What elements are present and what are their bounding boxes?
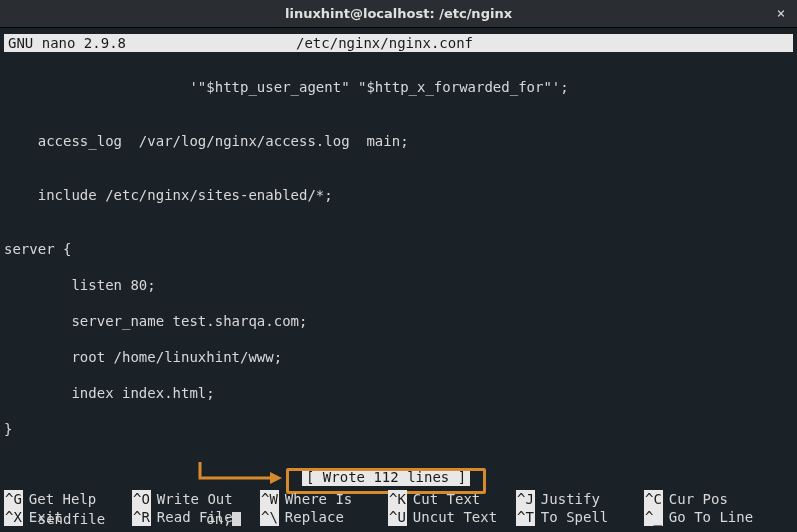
shortcut-where-is[interactable]: ^WWhere Is	[260, 490, 388, 508]
shortcut-replace[interactable]: ^\Replace	[260, 508, 388, 526]
code-line: index index.html;	[4, 384, 793, 402]
shortcut-justify[interactable]: ^JJustify	[516, 490, 644, 508]
shortcut-to-spell[interactable]: ^TTo Spell	[516, 508, 644, 526]
shortcut-go-to-line[interactable]: ^_Go To Line	[644, 508, 772, 526]
shortcut-uncut-text[interactable]: ^UUncut Text	[388, 508, 516, 526]
editor-content[interactable]: '"$http_user_agent" "$http_x_forwarded_f…	[0, 52, 797, 532]
shortcut-exit[interactable]: ^XExit	[4, 508, 132, 526]
shortcut-cut-text[interactable]: ^KCut Text	[388, 490, 516, 508]
code-line: }	[4, 420, 793, 438]
status-message: [ Wrote 112 lines ]	[302, 468, 470, 486]
code-line: server_name test.sharqa.com;	[4, 312, 793, 330]
window-title: linuxhint@localhost: /etc/nginx	[285, 6, 512, 21]
close-icon[interactable]: ×	[773, 5, 789, 21]
nano-version: GNU nano 2.9.8	[8, 34, 176, 52]
shortcut-write-out[interactable]: ^OWrite Out	[132, 490, 260, 508]
shortcut-get-help[interactable]: ^GGet Help	[4, 490, 132, 508]
code-line: root /home/linuxhint/www;	[4, 348, 793, 366]
code-line: listen 80;	[4, 276, 793, 294]
nano-header: GNU nano 2.9.8 /etc/nginx/nginx.conf	[4, 34, 793, 52]
code-line: '"$http_user_agent" "$http_x_forwarded_f…	[4, 78, 793, 96]
code-line: server {	[4, 240, 793, 258]
shortcut-read-file[interactable]: ^RRead File	[132, 508, 260, 526]
code-line: include /etc/nginx/sites-enabled/*;	[4, 186, 793, 204]
nano-filename: /etc/nginx/nginx.conf	[176, 34, 789, 52]
code-line: access_log /var/log/nginx/access.log mai…	[4, 132, 793, 150]
window-titlebar: linuxhint@localhost: /etc/nginx ×	[0, 0, 797, 28]
nano-footer: ^GGet Help ^OWrite Out ^WWhere Is ^KCut …	[4, 490, 793, 526]
shortcut-cur-pos[interactable]: ^CCur Pos	[644, 490, 772, 508]
